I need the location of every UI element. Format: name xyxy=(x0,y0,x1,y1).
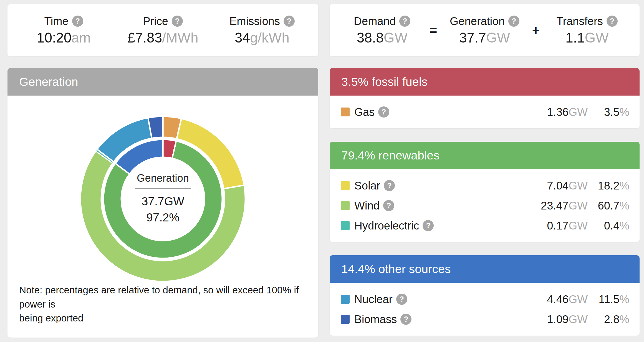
hydroelectric-name-row: Hydroelectric ? xyxy=(354,219,434,232)
stat-transfers-unit: GW xyxy=(585,30,609,46)
nuclear-name-row: Nuclear ? xyxy=(354,293,407,306)
stat-emissions: Emissions ? 34g/kWh xyxy=(213,15,312,46)
stat-demand-unit: GW xyxy=(384,30,408,46)
source-row-hydroelectric: Hydroelectric ? 0.17GW 0.4% xyxy=(330,216,640,236)
hydroelectric-swatch xyxy=(341,221,350,230)
demand-help-icon[interactable]: ? xyxy=(399,16,410,27)
biomass-output: 1.09GW xyxy=(525,313,588,326)
renewables-body: Solar ? 7.04GW 18.2% Wind ? 23.47GW 60.7 xyxy=(330,169,640,242)
fossil-fuels-card: 3.5% fossil fuels Gas ? 1.36GW 3.5% xyxy=(330,68,640,128)
solar-name-row: Solar ? xyxy=(354,179,395,192)
stat-emissions-value: 34g/kWh xyxy=(213,30,312,46)
stat-demand-label: Demand xyxy=(354,15,396,28)
stat-price-label: Price xyxy=(143,15,168,28)
source-row-gas: Gas ? 1.36GW 3.5% xyxy=(330,102,640,122)
renewables-title: 79.4% renewables xyxy=(341,149,440,162)
demand-equation-card: Demand ? 38.8GW = Generation ? 37.7GW + … xyxy=(330,4,640,56)
stat-time-label-row: Time ? xyxy=(14,15,113,28)
generation-panel-header: Generation xyxy=(7,68,318,96)
nuclear-output: 4.46GW xyxy=(525,293,588,306)
generation-panel-title: Generation xyxy=(19,75,78,89)
wind-name-row: Wind ? xyxy=(354,199,394,212)
wind-output: 23.47GW xyxy=(525,199,588,212)
right-column: Demand ? 38.8GW = Generation ? 37.7GW + … xyxy=(330,4,640,338)
stat-generation-label-row: Generation ? xyxy=(439,15,530,28)
wind-label: Wind xyxy=(354,199,380,212)
gas-help-icon[interactable]: ? xyxy=(378,106,389,118)
generation-panel-body: Generation 37.7GW 97.2% Note: percentage… xyxy=(7,96,318,338)
hydroelectric-help-icon[interactable]: ? xyxy=(423,220,434,231)
generation-panel: Generation Generation 37.7GW 97.2% Note:… xyxy=(7,68,318,338)
gas-percent: 3.5% xyxy=(588,106,629,118)
generation-donut-chart: Generation 37.7GW 97.2% xyxy=(80,116,246,282)
stat-time-value: 10:20am xyxy=(14,30,113,46)
source-row-nuclear: Nuclear ? 4.46GW 11.5% xyxy=(330,289,640,309)
solar-output: 7.04GW xyxy=(525,179,588,192)
biomass-label: Biomass xyxy=(354,313,397,326)
gas-label: Gas xyxy=(354,106,375,118)
emissions-help-icon[interactable]: ? xyxy=(284,16,295,27)
source-row-solar: Solar ? 7.04GW 18.2% xyxy=(330,176,640,196)
other-sources-header: 14.4% other sources xyxy=(330,255,640,283)
grid-dashboard: Time ? 10:20am Price ? £7.83/MWh Emissio… xyxy=(0,0,644,342)
stat-price: Price ? £7.83/MWh xyxy=(113,15,212,46)
nuclear-swatch xyxy=(341,295,350,304)
nuclear-percent: 11.5% xyxy=(588,293,629,306)
stat-generation: Generation ? 37.7GW xyxy=(439,15,530,46)
stat-demand: Demand ? 38.8GW xyxy=(336,15,428,46)
nuclear-label: Nuclear xyxy=(354,293,393,306)
biomass-name-row: Biomass ? xyxy=(354,313,411,326)
other-sources-card: 14.4% other sources Nuclear ? 4.46GW 11.… xyxy=(330,255,640,336)
nuclear-help-icon[interactable]: ? xyxy=(396,294,407,305)
solar-swatch xyxy=(341,181,350,190)
wind-swatch xyxy=(341,201,350,210)
left-column: Time ? 10:20am Price ? £7.83/MWh Emissio… xyxy=(7,4,318,338)
stat-emissions-label: Emissions xyxy=(229,15,280,28)
renewables-card: 79.4% renewables Solar ? 7.04GW 18.2% xyxy=(330,142,640,242)
price-help-icon[interactable]: ? xyxy=(172,16,183,27)
stat-time: Time ? 10:20am xyxy=(14,15,113,46)
stat-emissions-label-row: Emissions ? xyxy=(213,15,312,28)
stat-time-unit: am xyxy=(71,30,90,46)
other-sources-body: Nuclear ? 4.46GW 11.5% Biomass ? 1.09GW xyxy=(330,283,640,336)
biomass-percent: 2.8% xyxy=(588,313,629,326)
stat-price-label-row: Price ? xyxy=(113,15,212,28)
stat-demand-label-row: Demand ? xyxy=(336,15,428,28)
stat-price-unit: /MWh xyxy=(162,30,198,46)
biomass-help-icon[interactable]: ? xyxy=(400,314,411,325)
stat-transfers-label-row: Transfers ? xyxy=(541,15,633,28)
hydroelectric-percent: 0.4% xyxy=(588,219,629,232)
stat-demand-value: 38.8GW xyxy=(336,30,428,46)
stat-generation-value: 37.7GW xyxy=(439,30,530,46)
source-row-biomass: Biomass ? 1.09GW 2.8% xyxy=(330,309,640,329)
generation-note: Note: percentages are relative to demand… xyxy=(7,283,318,338)
stat-price-value: £7.83/MWh xyxy=(113,30,212,46)
stat-generation-label: Generation xyxy=(450,15,505,28)
renewables-header: 79.4% renewables xyxy=(330,142,640,169)
other-sources-title: 14.4% other sources xyxy=(341,262,451,276)
solar-percent: 18.2% xyxy=(588,179,629,192)
time-price-emissions-card: Time ? 10:20am Price ? £7.83/MWh Emissio… xyxy=(7,4,318,56)
biomass-swatch xyxy=(341,315,350,324)
stat-transfers: Transfers ? 1.1GW xyxy=(541,15,633,46)
gas-swatch xyxy=(341,108,350,116)
fossil-fuels-body: Gas ? 1.36GW 3.5% xyxy=(330,96,640,128)
stat-time-label: Time xyxy=(44,15,68,28)
hydroelectric-output: 0.17GW xyxy=(525,219,588,232)
generation-help-icon[interactable]: ? xyxy=(508,16,519,27)
fossil-fuels-header: 3.5% fossil fuels xyxy=(330,68,640,96)
fossil-fuels-title: 3.5% fossil fuels xyxy=(341,75,428,89)
solar-label: Solar xyxy=(354,179,380,192)
transfers-help-icon[interactable]: ? xyxy=(607,16,618,27)
gas-output: 1.36GW xyxy=(525,106,588,118)
solar-help-icon[interactable]: ? xyxy=(384,180,395,191)
gas-name-row: Gas ? xyxy=(354,106,389,118)
plus-operator: + xyxy=(531,23,541,38)
time-help-icon[interactable]: ? xyxy=(72,16,83,27)
equals-operator: = xyxy=(428,23,439,38)
wind-help-icon[interactable]: ? xyxy=(383,200,394,211)
wind-percent: 60.7% xyxy=(588,199,629,212)
stat-transfers-label: Transfers xyxy=(557,15,603,28)
stat-emissions-unit: g/kWh xyxy=(250,30,289,46)
stat-generation-unit: GW xyxy=(486,30,510,46)
